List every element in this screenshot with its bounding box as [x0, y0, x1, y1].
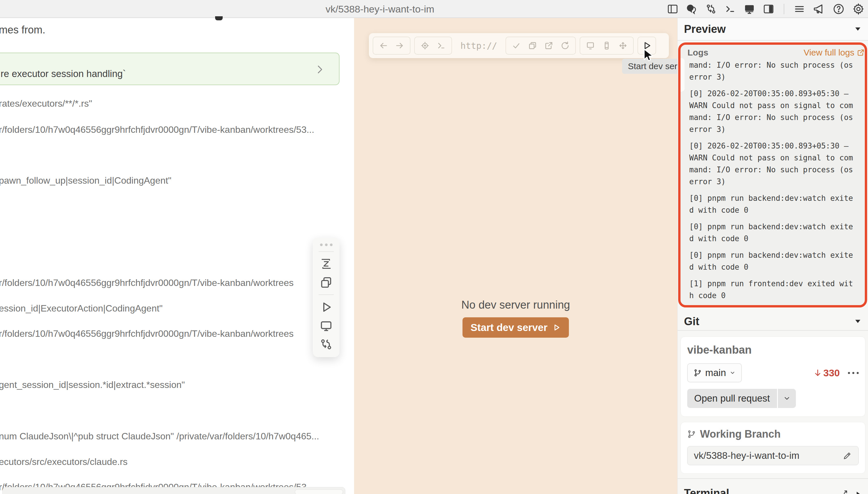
- play-icon: [552, 323, 561, 332]
- chevron-right-icon: [314, 64, 325, 75]
- log-path-line: ecutors/src/executors/claude.rs: [0, 457, 128, 467]
- help-icon[interactable]: [832, 3, 845, 15]
- menu-icon[interactable]: [794, 3, 805, 15]
- refresh-icon[interactable]: [561, 41, 570, 50]
- titlebar-notch: [215, 16, 223, 20]
- git-repo-card: vibe-kanban main 330 Open pull request: [680, 337, 865, 417]
- right-sidebar: Preview Logs View full logs mand: I/O er…: [677, 18, 868, 494]
- working-branch-value: vk/5388-hey-i-want-to-im: [694, 450, 799, 461]
- repo-name: vibe-kanban: [687, 344, 859, 356]
- copy-icon[interactable]: [528, 41, 537, 50]
- device-group: [580, 37, 634, 55]
- copy-icon[interactable]: [319, 276, 333, 289]
- monitor-icon[interactable]: [743, 3, 755, 15]
- chat-icon[interactable]: [686, 3, 698, 15]
- action-group: [506, 37, 576, 55]
- start-dev-server-button[interactable]: Start dev server: [463, 317, 569, 338]
- mobile-icon[interactable]: [602, 41, 611, 50]
- logs-output[interactable]: mand: I/O error: No such process (os err…: [680, 58, 865, 302]
- console-icon[interactable]: [437, 41, 446, 50]
- log-entry: [0] pnpm run backend:dev:watch exite d w…: [689, 249, 861, 273]
- chevron-right-icon[interactable]: [855, 491, 862, 494]
- start-dev-server-label: Start dev server: [471, 322, 548, 333]
- chevron-down-icon: [730, 370, 735, 376]
- expand-icon[interactable]: [839, 489, 848, 494]
- log-entry: mand: I/O error: No such process (os err…: [689, 59, 861, 83]
- log-path-line: pawn_follow_up|session_id|CodingAgent": [0, 175, 171, 186]
- git-section-header[interactable]: Git: [678, 313, 868, 331]
- more-options-icon[interactable]: [848, 372, 859, 374]
- log-entry: [0] pnpm run backend:dev:watch exite d w…: [689, 192, 861, 216]
- monitor-icon[interactable]: [319, 319, 333, 333]
- window-title: vk/5388-hey-i-want-to-im: [325, 3, 434, 15]
- log-path-line: r/folders/10/h7w0q46556ggr9hrfchfjdvr000…: [0, 328, 294, 339]
- desktop-icon[interactable]: [586, 41, 595, 50]
- terminal-section-header[interactable]: Terminal: [678, 482, 868, 494]
- no-dev-server-message: No dev server running: [354, 299, 677, 311]
- log-entry: [0] 2026-02-20T00:35:00.893+05:30 – WARN…: [689, 88, 861, 135]
- gear-icon[interactable]: [852, 3, 865, 15]
- toolbar-divider: [319, 251, 334, 252]
- play-icon[interactable]: [319, 300, 333, 314]
- message-text: mes from.: [0, 24, 45, 36]
- log-entry: [1] pnpm run frontend:dev exited wit h c…: [689, 278, 861, 302]
- back-icon[interactable]: [379, 41, 388, 50]
- chevron-down-icon: [783, 395, 791, 402]
- git-diff-icon[interactable]: [320, 338, 333, 351]
- check-icon[interactable]: [512, 41, 521, 50]
- log-path-line: ession_id|ExecutorAction|CodingAgent": [0, 303, 163, 314]
- move-icon[interactable]: [618, 41, 628, 50]
- log-entry: [0] 2026-02-20T00:35:00.893+05:30 – WARN…: [689, 140, 861, 188]
- drag-handle-icon[interactable]: [320, 244, 333, 246]
- branch-name: main: [705, 367, 726, 378]
- titlebar-actions: [667, 0, 865, 18]
- working-branch-field[interactable]: vk/5388-hey-i-want-to-im: [687, 446, 859, 465]
- megaphone-icon[interactable]: [813, 3, 825, 15]
- external-link-icon[interactable]: [544, 41, 553, 50]
- view-full-logs-link[interactable]: View full logs: [804, 48, 865, 58]
- url-placeholder[interactable]: http://: [460, 41, 497, 51]
- preview-section-header[interactable]: Preview: [678, 18, 868, 41]
- horizontal-scrollbar-thumb[interactable]: [295, 489, 343, 494]
- inspect-group: [414, 37, 452, 55]
- terminal-section-title: Terminal: [684, 487, 839, 494]
- log-entry: [0] pnpm run backend:dev:watch exite d w…: [689, 221, 861, 245]
- mouse-cursor: [640, 48, 656, 63]
- log-path-line: r/folders/10/h7w0q46556ggr9hrfchfjdvr000…: [0, 125, 314, 135]
- commits-behind-badge: 330: [813, 367, 840, 379]
- logs-title: Logs: [687, 48, 709, 58]
- zed-editor-icon[interactable]: [319, 257, 333, 270]
- task-card-text: re executor session handling`: [1, 68, 126, 79]
- open-pr-dropdown[interactable]: [778, 389, 796, 408]
- target-icon[interactable]: [420, 41, 430, 50]
- open-pr-button[interactable]: Open pull request: [687, 389, 777, 408]
- horizontal-scrollbar-track[interactable]: [2, 487, 345, 494]
- edit-pencil-icon[interactable]: [843, 451, 852, 460]
- panel-right-icon[interactable]: [763, 3, 774, 15]
- panel-left-icon[interactable]: [667, 3, 678, 15]
- log-path-line: gent_session_id|session.*id|extract.*ses…: [0, 380, 185, 390]
- browser-toolbar: http://: [369, 33, 669, 58]
- logs-scrollbar-thumb[interactable]: [680, 58, 684, 92]
- git-branch-icon: [694, 369, 702, 377]
- task-card[interactable]: re executor session handling`: [0, 53, 340, 85]
- chevron-down-icon: [854, 318, 862, 325]
- titlebar-divider: [784, 4, 784, 14]
- conversation-panel: mes from. re executor session handling` …: [0, 18, 354, 494]
- logs-panel: Logs View full logs mand: I/O error: No …: [678, 42, 867, 307]
- git-branch-icon: [687, 430, 696, 438]
- working-branch-title: Working Branch: [700, 428, 780, 440]
- branch-selector[interactable]: main: [687, 363, 742, 382]
- working-branch-card: Working Branch vk/5388-hey-i-want-to-im: [680, 422, 865, 474]
- preview-panel: http:// Start dev server No dev server r…: [354, 18, 677, 494]
- commits-behind-count: 330: [823, 367, 840, 379]
- open-pr-split-button: Open pull request: [687, 389, 859, 408]
- nav-group: [373, 37, 411, 55]
- toolbar-divider: [319, 294, 334, 295]
- git-compare-icon[interactable]: [705, 3, 717, 15]
- terminal-icon[interactable]: [724, 3, 736, 15]
- arrow-down-icon: [813, 368, 822, 377]
- log-path-line: rates/executors/**/*.rs": [0, 98, 92, 109]
- forward-icon[interactable]: [395, 41, 404, 50]
- git-section-title: Git: [684, 315, 854, 328]
